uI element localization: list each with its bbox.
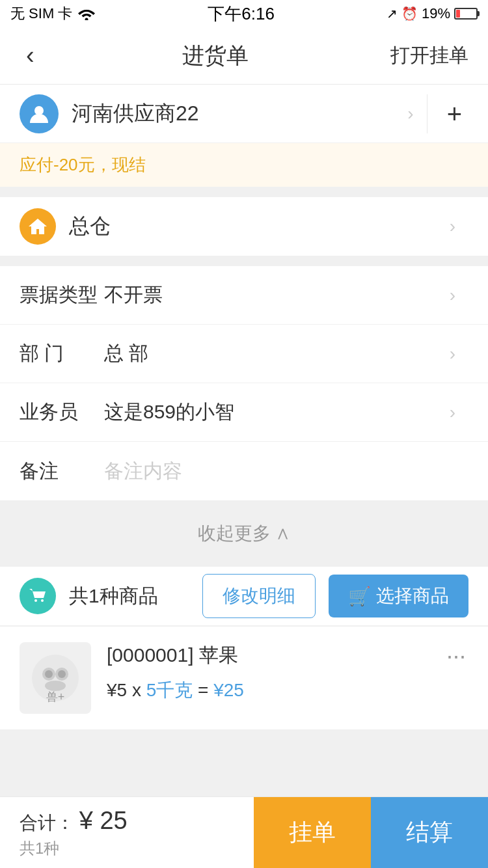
edit-detail-button[interactable]: 修改明细 — [202, 574, 316, 618]
product-count: 共1种商品 — [69, 583, 189, 610]
svg-point-3 — [41, 599, 44, 602]
department-row[interactable]: 部 门 总 部 › — [0, 325, 488, 383]
department-value: 总 部 — [104, 340, 450, 367]
product-info: [0000001] 苹果 ¥5 x 5千克 = ¥25 — [107, 642, 428, 703]
product-more-button[interactable]: ··· — [444, 642, 468, 670]
salesperson-chevron: › — [450, 402, 455, 423]
collapse-more-button[interactable]: 收起更多 ∧ — [0, 511, 488, 556]
product-icon — [20, 578, 56, 614]
supplier-avatar — [20, 94, 59, 133]
house-icon — [27, 216, 48, 237]
supplier-section: 河南供应商22 › + 应付-20元，现结 — [0, 85, 488, 187]
salesperson-value: 这是859的小智 — [104, 399, 450, 426]
warehouse-chevron-icon: › — [450, 216, 455, 237]
svg-point-2 — [34, 599, 37, 602]
chevron-right-icon: › — [407, 103, 413, 124]
svg-point-9 — [45, 681, 66, 691]
wifi-icon — [77, 7, 96, 20]
cart-icon — [28, 586, 47, 606]
product-item: 兽+ [0000001] 苹果 ¥5 x 5千克 = ¥25 ··· — [0, 627, 488, 729]
location-icon: ↗ — [386, 6, 398, 21]
department-chevron: › — [450, 344, 455, 364]
invoice-type-label: 票据类型 — [20, 282, 104, 308]
salesperson-label: 业务员 — [20, 399, 104, 426]
department-label: 部 门 — [20, 340, 104, 367]
status-right-icons: ↗ ⏰ 19% — [386, 5, 478, 22]
supplier-row[interactable]: 河南供应商22 › + — [0, 85, 488, 143]
status-time: 下午6:16 — [208, 3, 275, 25]
svg-point-8 — [58, 670, 66, 678]
status-bar: 无 SIM 卡 下午6:16 ↗ ⏰ 19% — [0, 0, 488, 27]
select-product-button[interactable]: 🛒 选择商品 — [329, 575, 468, 617]
product-header: 共1种商品 修改明细 🛒 选择商品 — [0, 567, 488, 625]
warehouse-section: 总仓 › — [0, 197, 488, 256]
remark-row[interactable]: 备注 备注内容 — [0, 442, 488, 500]
salesperson-row[interactable]: 业务员 这是859的小智 › — [0, 383, 488, 442]
battery-text: 19% — [422, 5, 450, 22]
form-section: 票据类型 不开票 › 部 门 总 部 › 业务员 这是859的小智 › 备注 备… — [0, 266, 488, 500]
total-amount: ¥ 25 — [79, 807, 128, 834]
add-supplier-button[interactable]: + — [427, 94, 468, 133]
warehouse-icon — [20, 208, 56, 245]
remark-value: 备注内容 — [104, 458, 468, 485]
battery-icon — [454, 8, 478, 20]
select-product-label: 选择商品 — [376, 584, 449, 608]
svg-text:兽+: 兽+ — [46, 690, 65, 703]
nav-bar: ‹ 进货单 打开挂单 — [0, 27, 488, 85]
bottom-bar: 合计： ¥ 25 共1种 挂单 结算 — [0, 796, 488, 868]
product-price: ¥5 x 5千克 = ¥25 — [107, 678, 428, 703]
warehouse-name: 总仓 — [69, 212, 450, 241]
svg-point-1 — [34, 106, 44, 115]
page-title: 进货单 — [182, 41, 249, 71]
product-thumbnail: 兽+ — [20, 642, 91, 714]
invoice-type-row[interactable]: 票据类型 不开票 › — [0, 266, 488, 325]
supplier-notice: 应付-20元，现结 — [0, 143, 488, 187]
main-content: 河南供应商22 › + 应付-20元，现结 总仓 › 票据类型 不开票 › 部 … — [0, 85, 488, 807]
total-count: 共1种 — [20, 838, 234, 859]
supplier-name: 河南供应商22 — [72, 100, 407, 128]
product-image-icon: 兽+ — [29, 652, 81, 704]
total-amount-row: 合计： ¥ 25 — [20, 807, 234, 835]
status-carrier: 无 SIM 卡 — [10, 4, 96, 23]
back-button[interactable]: ‹ — [20, 35, 41, 76]
invoice-type-chevron: › — [450, 285, 455, 306]
svg-point-7 — [45, 670, 53, 678]
remark-label: 备注 — [20, 458, 104, 485]
warehouse-row[interactable]: 总仓 › — [0, 197, 488, 256]
alarm-icon: ⏰ — [401, 6, 418, 21]
svg-point-0 — [85, 18, 88, 21]
user-icon — [27, 102, 51, 126]
product-name: [0000001] 苹果 — [107, 642, 428, 669]
open-pending-button[interactable]: 打开挂单 — [390, 42, 468, 69]
hang-order-button[interactable]: 挂单 — [254, 797, 371, 868]
total-section: 合计： ¥ 25 共1种 — [0, 797, 254, 868]
checkout-button[interactable]: 结算 — [371, 797, 488, 868]
select-product-icon: 🛒 — [348, 586, 371, 607]
invoice-type-value: 不开票 — [104, 282, 450, 308]
